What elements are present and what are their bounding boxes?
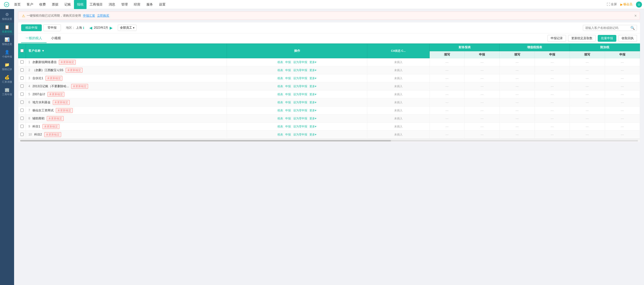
row-checkbox-10[interactable] — [20, 133, 24, 136]
op-tax-form[interactable]: 税表 — [277, 101, 284, 104]
op-more[interactable]: 更多▾ — [309, 61, 317, 64]
op-zero-declare[interactable]: 设为零申报 — [293, 133, 308, 136]
sub-tab-small[interactable]: 小规模 — [47, 34, 65, 43]
op-more[interactable]: 更多▾ — [309, 69, 317, 72]
sidebar-item-batch-tax[interactable]: 📋 批量报税 — [0, 23, 14, 35]
row-checkbox-8[interactable] — [20, 117, 24, 120]
op-more[interactable]: 更多▾ — [309, 125, 317, 128]
op-declare[interactable]: 申报 — [285, 133, 292, 136]
col-tax-return-header: 增值税报表 — [527, 45, 542, 49]
location-value: 上海 — [76, 26, 82, 30]
table-row: 8 辅助期初 未更新核定 税表 申报 设为零申报 更多▾ 未插入 — — — —… — [18, 115, 640, 123]
op-declare[interactable]: 申报 — [285, 69, 292, 72]
row-checkbox-7[interactable] — [20, 109, 24, 112]
sidebar-item-tax-records[interactable]: 📁 报税记录 — [0, 60, 14, 73]
op-zero-declare[interactable]: 设为零申报 — [293, 109, 308, 112]
banner-close-btn[interactable]: × — [634, 14, 637, 18]
tab-tax-declare[interactable]: 税款申报 — [21, 24, 42, 31]
op-declare[interactable]: 申报 — [285, 125, 292, 128]
op-zero-declare[interactable]: 设为零申报 — [293, 93, 308, 96]
toolbar: 申报记录 更新统定及取数 批量申报 收取回执 — [547, 33, 637, 43]
op-more[interactable]: 更多▾ — [309, 93, 317, 96]
op-declare[interactable]: 申报 — [285, 117, 292, 120]
row-checkbox-1[interactable] — [20, 60, 24, 64]
tab-zero-declare[interactable]: 零申报 — [43, 24, 61, 31]
sidebar-item-personal-tax[interactable]: 👤 个税申报 — [0, 48, 14, 60]
nav-item-message[interactable]: 消息 — [106, 0, 118, 9]
row-checkbox-3[interactable] — [20, 76, 24, 80]
op-tax-form[interactable]: 税表 — [277, 61, 284, 64]
op-zero-declare[interactable]: 设为零申报 — [293, 125, 308, 128]
fullscreen-btn[interactable]: ⛶ 全屏 — [607, 2, 617, 7]
row-checkbox-5[interactable] — [20, 92, 24, 96]
retrieve-btn[interactable]: 收取回执 — [618, 35, 637, 42]
nav-item-operations[interactable]: 经营 — [131, 0, 143, 9]
member-btn[interactable]: ▶ 畅会员 — [620, 2, 632, 7]
declare-link[interactable]: 申报汇签 — [83, 14, 95, 18]
op-zero-declare[interactable]: 设为零申报 — [293, 69, 308, 72]
avatar[interactable]: U — [636, 2, 642, 8]
op-more[interactable]: 更多▾ — [309, 109, 317, 112]
nav-item-home[interactable]: 首页 — [11, 0, 24, 9]
search-input[interactable] — [585, 26, 630, 30]
declare-records-btn[interactable]: 申报记录 — [547, 35, 566, 42]
nav-item-invoice[interactable]: 票据 — [49, 0, 61, 9]
nav-item-settings[interactable]: 设置 — [156, 0, 169, 9]
op-tax-form[interactable]: 税表 — [277, 93, 284, 96]
op-tax-form[interactable]: 税表 — [277, 117, 284, 120]
sub-tab-general[interactable]: 一般的税人 — [21, 34, 47, 43]
nav-item-service[interactable]: 服务 — [143, 0, 156, 9]
prev-month-btn[interactable]: ◀ — [89, 26, 92, 30]
row-checkbox-4[interactable] — [20, 84, 24, 88]
nav-item-billing[interactable]: 收费 — [36, 0, 49, 9]
info-icon[interactable]: ℹ — [83, 26, 84, 30]
sidebar-item-tax-overview[interactable]: 📊 报税总览 — [0, 35, 14, 48]
sidebar-item-tax-settings[interactable]: ⚙ 报税设置 — [0, 10, 14, 23]
nav-item-client[interactable]: 客户 — [24, 0, 36, 9]
op-zero-declare[interactable]: 设为零申报 — [293, 77, 308, 80]
op-tax-form[interactable]: 税表 — [277, 77, 284, 80]
nav-items: 首页 客户 收费 票据 记账 报税 工商项目 消息 管理 经营 服务 设置 — [11, 0, 607, 9]
row-checkbox-9[interactable] — [20, 125, 24, 128]
op-tax-form[interactable]: 税表 — [277, 69, 284, 72]
batch-declare-btn[interactable]: 批量申报 — [598, 35, 616, 42]
op-declare[interactable]: 申报 — [285, 109, 292, 112]
op-zero-declare[interactable]: 设为零申报 — [293, 85, 308, 88]
staff-selector[interactable]: 全部员工 ▾ — [118, 25, 137, 31]
buy-link[interactable]: 立即购买 — [97, 14, 109, 18]
op-zero-declare[interactable]: 设为零申报 — [293, 101, 308, 104]
sidebar-item-business-annual[interactable]: 🏢 工商年报 — [0, 85, 14, 98]
row-checkbox-2[interactable] — [20, 68, 24, 72]
op-declare[interactable]: 申报 — [285, 77, 292, 80]
op-tax-form[interactable]: 税表 — [277, 125, 284, 128]
op-zero-declare[interactable]: 设为零申报 — [293, 61, 308, 64]
row-checkbox-6[interactable] — [20, 101, 24, 104]
op-more[interactable]: 更多▾ — [309, 133, 317, 136]
sidebar-item-settlement[interactable]: 💰 汇算清缴 — [0, 73, 14, 85]
op-declare[interactable]: 申报 — [285, 101, 292, 104]
op-zero-declare[interactable]: 设为零申报 — [293, 117, 308, 120]
nav-item-accounting[interactable]: 记账 — [61, 0, 74, 9]
ca-status: 未插入 — [394, 133, 403, 136]
op-more[interactable]: 更多▾ — [309, 101, 317, 104]
op-more[interactable]: 更多▾ — [309, 85, 317, 88]
op-declare[interactable]: 申报 — [285, 85, 292, 88]
horizontal-scrollbar[interactable] — [20, 140, 638, 141]
nav-item-manage[interactable]: 管理 — [118, 0, 131, 9]
update-stats-btn[interactable]: 更新统定及取数 — [568, 35, 596, 42]
nav-item-business[interactable]: 工商项目 — [87, 0, 106, 9]
tab-bar: 税款申报 零申报 地区： 上海 ℹ ◀ 2023年2月 ▶ 全部员工 ▾ 🔍 — [18, 22, 640, 33]
op-more[interactable]: 更多▾ — [309, 117, 317, 120]
search-icon[interactable]: 🔍 — [630, 26, 635, 30]
op-declare[interactable]: 申报 — [285, 93, 292, 96]
sub-tab-toolbar: 一般的税人 小规模 申报记录 更新统定及取数 批量申报 收取回执 — [18, 33, 640, 43]
sort-icon[interactable]: ▾ — [42, 49, 44, 53]
op-tax-form[interactable]: 税表 — [277, 109, 284, 112]
op-tax-form[interactable]: 税表 — [277, 133, 284, 136]
next-month-btn[interactable]: ▶ — [110, 26, 113, 30]
op-tax-form[interactable]: 税表 — [277, 85, 284, 88]
op-more[interactable]: 更多▾ — [309, 77, 317, 80]
select-all-checkbox[interactable] — [20, 49, 24, 52]
op-declare[interactable]: 申报 — [285, 61, 292, 64]
nav-item-tax[interactable]: 报税 — [74, 0, 87, 9]
